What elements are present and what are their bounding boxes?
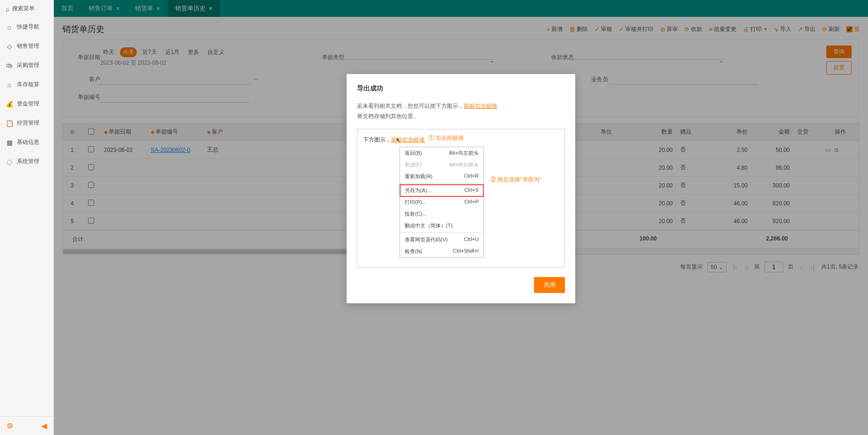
ctx-item-5: 投射(C)... — [400, 208, 483, 220]
sidebar-icon: ◇ — [6, 43, 13, 50]
sidebar-item-2[interactable]: 🛍采购管理 — [0, 56, 53, 75]
sidebar-label: 库存核算 — [17, 81, 39, 89]
sidebar-icon: ◌ — [6, 158, 13, 165]
ctx-item-8: 检查(N)Ctrl+Shift+I — [400, 246, 483, 257]
ctx-item-4: 打印(P)...Ctrl+P — [400, 196, 483, 208]
sidebar-item-7[interactable]: ◌系统管理 — [0, 152, 53, 171]
ctx-item-2: 重新加载(R)Ctrl+R — [400, 171, 483, 182]
ctx-item-0: 返回(B)Alt+向左箭头 — [400, 147, 483, 159]
guide-box: 下方图示，鼠标右击链接 ↖ ① 右击此链接 返回(B)Alt+向左箭头前进(F)… — [357, 129, 565, 268]
cursor-icon: ↖ — [396, 137, 401, 143]
settings-icon[interactable]: ⚙ — [7, 421, 13, 430]
sidebar-item-3[interactable]: ⌂库存核算 — [0, 75, 53, 94]
sidebar-search[interactable]: ⌕ 搜索菜单 — [0, 0, 53, 17]
sidebar-icon: 📋 — [6, 120, 13, 127]
ctx-item-6: 翻成中文（简体）(T) — [400, 220, 483, 232]
sidebar-label: 采购管理 — [17, 61, 39, 69]
sidebar-icon: 🛍 — [6, 62, 13, 69]
annotation-1: ① 右击此链接 — [429, 134, 464, 142]
sidebar-item-0[interactable]: ⌂快捷导航 — [0, 17, 53, 37]
annotation-2: ② 然后选择"另存为" — [490, 176, 541, 184]
sidebar-icon: ⌂ — [6, 23, 13, 31]
ctx-item-7: 查看网页源代码(V)Ctrl+U — [400, 234, 483, 246]
modal-overlay[interactable]: 导出成功 若未看到相关文档，您也可以按下方图示，鼠标右击链接 将文档存储到其他位… — [54, 0, 868, 435]
main-area: 首页销售订单✕销货单✕销货单历史✕ 销货单历史 +新增 🗑删除 ✓审核 ✓审核并… — [54, 0, 868, 435]
sidebar-icon: ▦ — [6, 139, 13, 146]
collapse-icon[interactable]: ◀ — [41, 421, 47, 430]
sidebar-item-1[interactable]: ◇销售管理 — [0, 37, 53, 56]
sidebar-label: 经营管理 — [17, 119, 39, 127]
export-success-modal: 导出成功 若未看到相关文档，您也可以按下方图示，鼠标右击链接 将文档存储到其他位… — [347, 74, 575, 303]
context-menu: 返回(B)Alt+向左箭头前进(F)Alt+向右箭头重新加载(R)Ctrl+R另… — [400, 147, 484, 258]
sidebar-icon: 💰 — [6, 100, 13, 108]
sidebar-item-4[interactable]: 💰资金管理 — [0, 94, 53, 113]
sidebar-item-6[interactable]: ▦基础信息 — [0, 133, 53, 152]
search-icon: ⌕ — [6, 5, 9, 13]
modal-title: 导出成功 — [357, 84, 565, 93]
ctx-item-3: 另存为(A)...Ctrl+S — [400, 185, 483, 196]
sidebar: ⌕ 搜索菜单 ⌂快捷导航◇销售管理🛍采购管理⌂库存核算💰资金管理📋经营管理▦基础… — [0, 0, 54, 435]
modal-text: 若未看到相关文档，您也可以按下方图示，鼠标右击链接 将文档存储到其他位置。 — [357, 101, 565, 121]
modal-right-click-link[interactable]: 鼠标右击链接 — [464, 103, 497, 109]
sidebar-label: 资金管理 — [17, 100, 39, 108]
ctx-item-1: 前进(F)Alt+向右箭头 — [400, 159, 483, 171]
sidebar-label: 销售管理 — [17, 42, 39, 50]
sidebar-search-label: 搜索菜单 — [12, 5, 35, 13]
sidebar-label: 基础信息 — [17, 138, 39, 146]
sidebar-item-5[interactable]: 📋经营管理 — [0, 113, 53, 133]
sidebar-label: 快捷导航 — [17, 23, 39, 31]
sidebar-icon: ⌂ — [6, 81, 13, 89]
modal-close-button[interactable]: 关闭 — [534, 277, 565, 293]
sidebar-footer: ⚙ ◀ — [0, 416, 53, 435]
sidebar-label: 系统管理 — [17, 158, 39, 165]
